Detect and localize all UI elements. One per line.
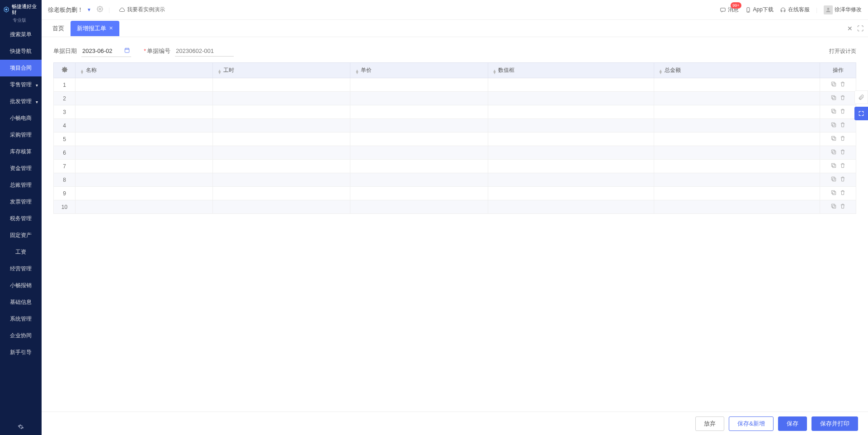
attachment-button[interactable]: [854, 90, 868, 104]
sidebar-settings-button[interactable]: [0, 420, 42, 435]
delete-icon[interactable]: [840, 177, 846, 184]
close-all-icon[interactable]: ✕: [847, 25, 853, 32]
save-button[interactable]: 保存: [778, 416, 807, 431]
cell[interactable]: [488, 200, 654, 214]
cell[interactable]: [213, 92, 350, 105]
open-design-link[interactable]: 打开设计页: [829, 47, 856, 55]
sidebar-item-4[interactable]: 批发管理▾: [0, 93, 42, 110]
delete-icon[interactable]: [840, 164, 846, 170]
copy-icon[interactable]: [830, 82, 837, 89]
cell[interactable]: [75, 146, 213, 160]
sidebar-item-8[interactable]: 资金管理: [0, 160, 42, 177]
cell[interactable]: [75, 92, 213, 105]
sidebar-item-2[interactable]: 项目合同: [0, 60, 42, 76]
col-header-4[interactable]: ▲▼总金额: [654, 63, 820, 78]
cell[interactable]: [488, 146, 654, 160]
col-header-0[interactable]: ▲▼名称: [75, 63, 213, 78]
cell[interactable]: [75, 160, 213, 173]
copy-icon[interactable]: [830, 150, 837, 156]
cell[interactable]: [75, 105, 213, 119]
messages-button[interactable]: 消息 99+: [720, 6, 739, 14]
sidebar-item-9[interactable]: 总账管理: [0, 177, 42, 194]
sidebar-item-3[interactable]: 零售管理▾: [0, 76, 42, 93]
settings-icon[interactable]: [97, 6, 103, 14]
cell[interactable]: [654, 173, 820, 187]
sidebar-item-13[interactable]: 工资: [0, 244, 42, 260]
cell[interactable]: [350, 187, 488, 200]
sidebar-item-12[interactable]: 固定资产: [0, 227, 42, 244]
cell[interactable]: [654, 92, 820, 105]
cell[interactable]: [75, 119, 213, 132]
delete-icon[interactable]: [840, 123, 846, 129]
delete-icon[interactable]: [840, 204, 846, 211]
demo-link[interactable]: 我要看实例演示: [119, 6, 165, 14]
cell[interactable]: [654, 187, 820, 200]
sidebar-item-10[interactable]: 发票管理: [0, 194, 42, 210]
col-settings[interactable]: [54, 63, 75, 78]
cell[interactable]: [488, 78, 654, 92]
sidebar-item-0[interactable]: 搜索菜单: [0, 26, 42, 43]
cell[interactable]: [488, 132, 654, 146]
delete-icon[interactable]: [840, 109, 846, 116]
cell[interactable]: [213, 119, 350, 132]
fullscreen-icon[interactable]: ⛶: [857, 25, 863, 32]
user-menu[interactable]: 徐泽华修改: [824, 5, 862, 14]
cell[interactable]: [654, 160, 820, 173]
cell[interactable]: [488, 173, 654, 187]
copy-icon[interactable]: [830, 96, 837, 102]
cell[interactable]: [350, 132, 488, 146]
delete-icon[interactable]: [840, 82, 846, 89]
cell[interactable]: [488, 187, 654, 200]
cell[interactable]: [213, 160, 350, 173]
tab-0[interactable]: 首页: [46, 21, 71, 36]
copy-icon[interactable]: [830, 109, 837, 116]
cell[interactable]: [350, 119, 488, 132]
cell[interactable]: [350, 92, 488, 105]
expand-button[interactable]: [854, 107, 868, 120]
cell[interactable]: [75, 187, 213, 200]
cell[interactable]: [213, 132, 350, 146]
discard-button[interactable]: 放弃: [695, 416, 724, 431]
close-icon[interactable]: ✕: [109, 25, 113, 31]
cell[interactable]: [654, 78, 820, 92]
cell[interactable]: [488, 160, 654, 173]
sidebar-item-6[interactable]: 采购管理: [0, 127, 42, 143]
cell[interactable]: [350, 160, 488, 173]
copy-icon[interactable]: [830, 123, 837, 129]
sidebar-item-18[interactable]: 企业协同: [0, 327, 42, 344]
delete-icon[interactable]: [840, 96, 846, 102]
cell[interactable]: [75, 200, 213, 214]
code-input[interactable]: [175, 46, 234, 57]
cell[interactable]: [213, 105, 350, 119]
cell[interactable]: [350, 78, 488, 92]
breadcrumb[interactable]: 徐老板勿删！ ▼: [48, 6, 91, 14]
cell[interactable]: [350, 146, 488, 160]
save-print-button[interactable]: 保存并打印: [811, 416, 858, 431]
cell[interactable]: [75, 78, 213, 92]
cell[interactable]: [75, 132, 213, 146]
cell[interactable]: [213, 200, 350, 214]
sidebar-item-17[interactable]: 系统管理: [0, 311, 42, 327]
sidebar-item-16[interactable]: 基础信息: [0, 294, 42, 311]
cell[interactable]: [75, 173, 213, 187]
table-scroll[interactable]: ▲▼名称▲▼工时▲▼单价▲▼数值框▲▼总金额操作 12345678910: [53, 62, 856, 411]
cell[interactable]: [213, 173, 350, 187]
service-button[interactable]: 在线客服: [780, 6, 810, 14]
cell[interactable]: [654, 146, 820, 160]
sidebar-item-1[interactable]: 快捷导航: [0, 43, 42, 60]
cell[interactable]: [350, 173, 488, 187]
sidebar-item-14[interactable]: 经营管理: [0, 260, 42, 277]
cell[interactable]: [488, 119, 654, 132]
delete-icon[interactable]: [840, 191, 846, 197]
cell[interactable]: [654, 132, 820, 146]
copy-icon[interactable]: [830, 177, 837, 184]
save-new-button[interactable]: 保存&新增: [729, 416, 774, 431]
copy-icon[interactable]: [830, 137, 837, 143]
delete-icon[interactable]: [840, 150, 846, 156]
app-download-button[interactable]: App下载: [745, 6, 774, 14]
sidebar-item-11[interactable]: 税务管理: [0, 210, 42, 227]
copy-icon[interactable]: [830, 191, 837, 197]
col-header-2[interactable]: ▲▼单价: [350, 63, 488, 78]
cell[interactable]: [488, 105, 654, 119]
cell[interactable]: [350, 105, 488, 119]
